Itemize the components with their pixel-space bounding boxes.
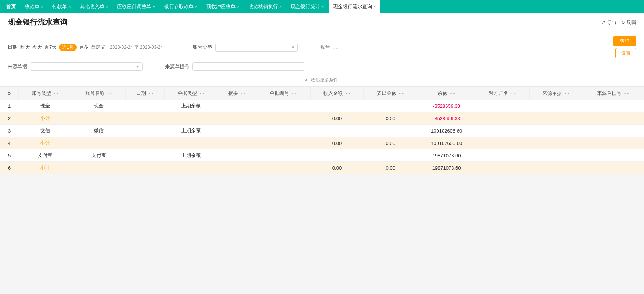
col-counterpart: 对方户名 ▲▼ bbox=[476, 87, 530, 100]
nav-tab-payment[interactable]: 付款单 × bbox=[48, 0, 75, 13]
row-counterpart bbox=[476, 162, 530, 174]
row-source-doc bbox=[529, 137, 583, 149]
close-icon[interactable]: × bbox=[153, 4, 155, 9]
row-source-doc bbox=[529, 149, 583, 162]
sort-icon[interactable]: ▲▼ bbox=[240, 92, 246, 95]
date-opt-more[interactable]: 更多 bbox=[79, 44, 89, 51]
source-doc-label: 来源单据 bbox=[8, 63, 27, 70]
table-row: 3 微信 微信 上期余额 100102606.60 bbox=[0, 125, 644, 137]
row-counterpart bbox=[476, 137, 530, 149]
row-doc-type: 上期余额 bbox=[164, 125, 218, 137]
date-opt-today[interactable]: 今天 bbox=[32, 44, 42, 51]
source-doc-select[interactable]: ▾ bbox=[30, 62, 143, 71]
row-expense bbox=[364, 125, 417, 137]
row-date bbox=[126, 112, 164, 125]
sort-icon[interactable]: ▲▼ bbox=[107, 92, 113, 95]
row-no: 3 bbox=[0, 125, 18, 137]
date-opt-1month[interactable]: 近1月 bbox=[59, 44, 77, 51]
row-balance: -3528659.33 bbox=[417, 100, 476, 112]
close-icon[interactable]: × bbox=[321, 4, 324, 9]
row-no: 6 bbox=[0, 162, 18, 174]
row-account-type: 小计 bbox=[18, 112, 72, 125]
row-source-doc-no bbox=[583, 149, 644, 162]
settings-button[interactable]: 设置 bbox=[615, 48, 636, 58]
row-expense: 0.00 bbox=[364, 162, 417, 174]
source-doc-no-input[interactable] bbox=[192, 62, 305, 71]
close-icon[interactable]: × bbox=[237, 4, 239, 9]
row-income: 0.00 bbox=[310, 112, 364, 125]
nav-tab-adjust[interactable]: 应收应付调整单 × bbox=[113, 0, 159, 13]
sort-icon[interactable]: ▲▼ bbox=[148, 92, 154, 95]
nav-tab-home[interactable]: 首页 bbox=[2, 0, 20, 13]
sort-icon[interactable]: ▲▼ bbox=[624, 92, 630, 95]
sort-icon[interactable]: ▲▼ bbox=[510, 92, 516, 95]
header-actions: ↗ 导出 ↻ 刷新 bbox=[601, 19, 636, 26]
row-summary bbox=[218, 125, 257, 137]
table-row: 2 小计 0.00 0.00 -3528659.33 bbox=[0, 112, 644, 125]
close-icon[interactable]: × bbox=[374, 4, 376, 9]
col-settings: ⚙ bbox=[0, 87, 18, 100]
close-icon[interactable]: × bbox=[279, 4, 282, 9]
date-opt-custom[interactable]: 自定义 bbox=[91, 44, 105, 51]
nav-tab-pre-receipt[interactable]: 预收冲应收单 × bbox=[202, 0, 244, 13]
row-source-doc bbox=[529, 112, 583, 125]
row-doc-type: 上期余额 bbox=[164, 100, 218, 112]
col-income: 收入金额 ▲▼ bbox=[310, 87, 364, 100]
sort-icon[interactable]: ▲▼ bbox=[449, 92, 455, 95]
table-header-row: ⚙ 账号类型 ▲▼ 账号名称 ▲▼ 日期 ▲▼ 单据类型 ▲▼ bbox=[0, 87, 644, 100]
row-doc-type bbox=[164, 137, 218, 149]
subtotal-label: 小计 bbox=[40, 165, 50, 170]
date-opt-7days[interactable]: 近7天 bbox=[44, 44, 57, 51]
row-account-type: 支付宝 bbox=[18, 149, 72, 162]
row-account-type: 现金 bbox=[18, 100, 72, 112]
row-income: 0.00 bbox=[310, 137, 364, 149]
date-opt-yesterday[interactable]: 昨天 bbox=[20, 44, 30, 51]
source-doc-no-filter-group: 来源单据号 bbox=[165, 62, 305, 71]
row-expense bbox=[364, 100, 417, 112]
account-dots-button[interactable]: ... bbox=[333, 44, 340, 51]
sort-icon[interactable]: ▲▼ bbox=[345, 92, 351, 95]
row-account-name bbox=[72, 112, 126, 125]
nav-tab-writeoff[interactable]: 收款核销执行 × bbox=[244, 0, 286, 13]
close-icon[interactable]: × bbox=[106, 4, 108, 9]
row-summary bbox=[218, 162, 257, 174]
page-title: 现金银行流水查询 bbox=[8, 17, 68, 27]
table-row: 4 小计 0.00 0.00 100102606.60 bbox=[0, 137, 644, 149]
collapse-bar[interactable]: ∧ 收起更多条件 bbox=[8, 75, 636, 86]
account-label: 账号 bbox=[320, 44, 330, 51]
row-source-doc-no bbox=[583, 100, 644, 112]
nav-tab-other-income[interactable]: 其他收入单 × bbox=[75, 0, 113, 13]
row-date bbox=[126, 162, 164, 174]
nav-tab-receipt[interactable]: 收款单 × bbox=[20, 0, 48, 13]
row-source-doc bbox=[529, 100, 583, 112]
close-icon[interactable]: × bbox=[68, 4, 71, 9]
row-summary bbox=[218, 149, 257, 162]
page-header: 现金银行流水查询 ↗ 导出 ↻ 刷新 bbox=[0, 13, 644, 31]
export-button[interactable]: ↗ 导出 bbox=[601, 19, 617, 26]
row-date bbox=[126, 149, 164, 162]
sort-icon[interactable]: ▲▼ bbox=[291, 92, 297, 95]
sort-icon[interactable]: ▲▼ bbox=[564, 92, 570, 95]
close-icon[interactable]: × bbox=[195, 4, 197, 9]
row-counterpart bbox=[476, 112, 530, 125]
date-options: 昨天 今天 近7天 近1月 更多 自定义 bbox=[20, 44, 105, 51]
chevron-down-icon2: ▾ bbox=[137, 64, 139, 69]
refresh-button[interactable]: ↻ 刷新 bbox=[621, 19, 636, 26]
nav-tab-cash-flow[interactable]: 现金银行流水查询 × bbox=[329, 0, 380, 13]
sort-icon[interactable]: ▲▼ bbox=[199, 92, 205, 95]
close-icon[interactable]: × bbox=[41, 4, 43, 9]
gear-icon[interactable]: ⚙ bbox=[7, 91, 11, 96]
row-income: 0.00 bbox=[310, 162, 364, 174]
export-icon: ↗ bbox=[601, 19, 605, 25]
nav-tab-bank-deposit[interactable]: 银行存取款单 × bbox=[160, 0, 202, 13]
date-range: 2023-02-24 至 2023-03-24 bbox=[110, 44, 163, 51]
query-button[interactable]: 查询 bbox=[613, 36, 636, 46]
col-doc-type: 单据类型 ▲▼ bbox=[164, 87, 218, 100]
chevron-up-icon: ∧ bbox=[305, 77, 308, 82]
sort-icon[interactable]: ▲▼ bbox=[398, 92, 404, 95]
source-doc-no-label: 来源单据号 bbox=[165, 63, 189, 70]
row-no: 4 bbox=[0, 137, 18, 149]
sort-icon[interactable]: ▲▼ bbox=[53, 92, 59, 95]
nav-tab-cash-stat[interactable]: 现金银行统计 × bbox=[286, 0, 328, 13]
account-type-select[interactable]: ▾ bbox=[215, 43, 298, 52]
